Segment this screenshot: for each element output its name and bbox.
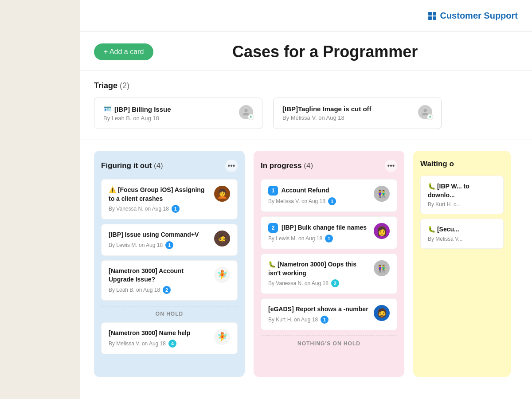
bug-icon: 🐛 — [428, 183, 437, 190]
card-meta: By Melissa V... — [428, 236, 496, 242]
triage-card[interactable]: 🪪 [IBP] Billing Issue By Leah B. on Aug … — [94, 98, 262, 129]
avatar: 🧚 — [214, 267, 230, 283]
triage-cards: 🪪 [IBP] Billing Issue By Leah B. on Aug … — [94, 98, 518, 129]
card-left: 🐛 [Nametron 3000] Oops this isn't workin… — [268, 260, 369, 287]
card[interactable]: [eGADS] Report shows a -number By Kurt H… — [261, 298, 397, 330]
card-meta: By Kurt H. on Aug 18 1 — [268, 316, 369, 324]
grid-icon — [428, 12, 436, 20]
customer-support-label: Customer Support — [440, 11, 518, 21]
sidebar — [0, 0, 80, 399]
avatar: 👩 — [374, 223, 390, 239]
card-meta: By Lewis M. on Aug 18 1 — [109, 241, 210, 249]
priority-badge: 2 — [268, 223, 278, 233]
card[interactable]: 2 [IBP] Bulk change file names By Lewis … — [261, 216, 397, 249]
card-title: ⚠️ [Focus Group iOS] Assigning to a clie… — [109, 186, 210, 203]
triage-title: Triage (2) — [94, 81, 518, 90]
card-title: 🐛 [Nametron 3000] Oops this isn't workin… — [268, 260, 369, 278]
comment-badge: 1 — [172, 205, 180, 213]
card-left: [eGADS] Report shows a -number By Kurt H… — [268, 305, 369, 324]
triage-card-meta: By Leah B. on Aug 18 — [103, 115, 171, 121]
card-left: 🐛 [Secu... By Melissa V... — [428, 225, 496, 242]
card-left: [Nametron 3000] Account Upgrade Issue? B… — [109, 267, 210, 294]
comment-badge: 1 — [165, 241, 173, 249]
card[interactable]: 🐛 [Secu... By Melissa V... — [420, 219, 504, 249]
card[interactable]: [Nametron 3000] Name help By Melissa V. … — [101, 322, 238, 354]
comment-badge: 2 — [163, 286, 171, 294]
columns-section: Figuring it out (4) ••• ⚠️ [Focus Group … — [80, 140, 532, 387]
card-title: 1 Account Refund — [268, 186, 369, 196]
column-header: In progress (4) ••• — [261, 160, 397, 172]
top-nav: Customer Support — [0, 0, 532, 32]
avatar: 🧔 — [374, 305, 390, 321]
avatar: 👫 — [374, 260, 390, 276]
main-wrapper: + Add a card Cases for a Programmer Tria… — [80, 32, 532, 399]
comment-badge: 4 — [168, 340, 176, 348]
card-left: 1 Account Refund By Melissa V. on Aug 18… — [268, 186, 369, 205]
column-count: (4) — [304, 161, 313, 170]
card-left: ⚠️ [Focus Group iOS] Assigning to a clie… — [109, 186, 210, 213]
assign-icon[interactable]: + — [418, 105, 432, 119]
card-meta: By Lewis M. on Aug 18 1 — [268, 235, 369, 243]
column-title: Figuring it out (4) — [101, 161, 163, 170]
card-meta: By Vanessa N. on Aug 18 1 — [109, 205, 210, 213]
card[interactable]: [Nametron 3000] Account Upgrade Issue? B… — [101, 260, 238, 301]
card[interactable]: 1 Account Refund By Melissa V. on Aug 18… — [261, 179, 397, 212]
column-waiting-on: Waiting o 🐛 [IBP W... to downlo... By Ku… — [413, 151, 511, 377]
card-title: [Nametron 3000] Name help — [109, 329, 210, 338]
card[interactable]: ⚠️ [Focus Group iOS] Assigning to a clie… — [101, 179, 238, 219]
customer-support-link[interactable]: Customer Support — [428, 11, 518, 21]
triage-card-title: [IBP]Tagline Image is cut off — [282, 105, 372, 113]
assign-plus: + — [248, 114, 254, 120]
column-title: In progress (4) — [261, 161, 313, 170]
card-left: [IBP] Issue using Command+V By Lewis M. … — [109, 231, 210, 249]
add-card-button[interactable]: + Add a card — [94, 43, 153, 60]
card-title: [eGADS] Report shows a -number — [268, 305, 369, 314]
comment-badge: 1 — [328, 197, 336, 205]
card-meta: By Leah B. on Aug 18 2 — [109, 286, 210, 294]
card[interactable]: [IBP] Issue using Command+V By Lewis M. … — [101, 224, 238, 256]
triage-count: (2) — [120, 81, 129, 90]
bug-icon: 🐛 — [428, 226, 437, 233]
triage-section: Triage (2) 🪪 [IBP] Billing Issue By Leah… — [80, 70, 532, 140]
card-meta: By Melissa V. on Aug 18 1 — [268, 197, 369, 205]
bug-icon: 🐛 — [268, 261, 278, 268]
card-meta: By Melissa V. on Aug 18 4 — [109, 340, 210, 348]
more-options-button[interactable]: ••• — [385, 160, 397, 172]
column-header: Figuring it out (4) ••• — [101, 160, 238, 172]
card-title: 🐛 [IBP W... to downlo... — [428, 182, 496, 200]
assign-plus: + — [427, 114, 433, 120]
on-hold-divider: ON HOLD — [101, 306, 238, 317]
warning-icon: ⚠️ — [109, 186, 118, 193]
card-title: [IBP] Issue using Command+V — [109, 231, 210, 239]
avatar: 🧔 — [214, 231, 230, 246]
assign-icon[interactable]: + — [239, 105, 253, 119]
comment-badge: 1 — [321, 316, 329, 324]
card-left: 🐛 [IBP W... to downlo... By Kurt H. o... — [428, 182, 496, 207]
card-left: 2 [IBP] Bulk change file names By Lewis … — [268, 223, 369, 243]
card[interactable]: 🐛 [Nametron 3000] Oops this isn't workin… — [261, 254, 397, 294]
page-header: + Add a card Cases for a Programmer — [80, 32, 532, 70]
avatar: 👫 — [374, 186, 390, 202]
comment-badge: 1 — [325, 235, 333, 243]
billing-icon: 🪪 — [103, 105, 112, 113]
avatar: 🧑‍🦱 — [214, 186, 230, 202]
column-count: (4) — [154, 161, 163, 170]
triage-card-title: 🪪 [IBP] Billing Issue — [103, 105, 171, 113]
comment-badge: 2 — [331, 279, 339, 287]
column-header: Waiting o — [420, 160, 504, 168]
card[interactable]: 🐛 [IBP W... to downlo... By Kurt H. o... — [420, 176, 504, 214]
card-meta: By Vanessa N. on Aug 18 2 — [268, 279, 369, 287]
column-title: Waiting o — [420, 160, 454, 168]
nothing-on-hold: NOTHING'S ON HOLD — [261, 336, 397, 347]
card-left: [Nametron 3000] Name help By Melissa V. … — [109, 329, 210, 348]
page-title: Cases for a Programmer — [168, 43, 518, 61]
card-meta: By Kurt H. o... — [428, 201, 496, 207]
triage-card[interactable]: [IBP]Tagline Image is cut off By Melissa… — [273, 98, 442, 129]
card-title: 2 [IBP] Bulk change file names — [268, 223, 369, 233]
triage-card-meta: By Melissa V. on Aug 18 — [282, 114, 372, 121]
column-figuring-it-out: Figuring it out (4) ••• ⚠️ [Focus Group … — [94, 151, 245, 377]
avatar: 🧚 — [214, 329, 230, 345]
card-title: [Nametron 3000] Account Upgrade Issue? — [109, 267, 210, 284]
more-options-button[interactable]: ••• — [225, 160, 238, 172]
triage-card-content: 🪪 [IBP] Billing Issue By Leah B. on Aug … — [103, 105, 171, 121]
